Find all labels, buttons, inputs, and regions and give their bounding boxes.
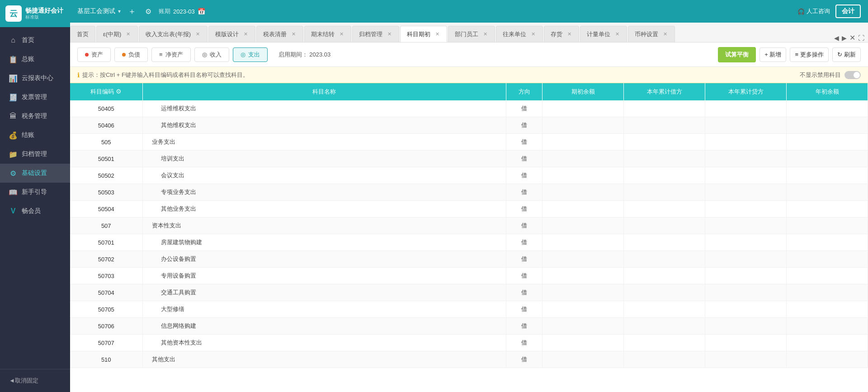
- tab-period-end[interactable]: 期末结转 ✕: [304, 26, 351, 42]
- account-button[interactable]: 会计: [835, 5, 861, 18]
- tab-close-icon[interactable]: ✕: [482, 31, 488, 38]
- cat-assets-label: 资产: [91, 51, 103, 59]
- calendar-icon: 📅: [198, 8, 205, 15]
- topbar-right: 🎧 人工咨询 会计: [797, 5, 861, 18]
- cat-assets-button[interactable]: 资产: [77, 47, 111, 62]
- more-button[interactable]: ≡ 更多操作: [790, 47, 829, 62]
- tab-home[interactable]: 首页: [70, 26, 95, 42]
- cell-ytd-credit: [705, 234, 787, 251]
- sidebar-item-basic[interactable]: ⚙ 基础设置: [0, 164, 70, 183]
- tab-close-icon[interactable]: ✕: [242, 31, 249, 38]
- service-button[interactable]: 🎧 人工咨询: [797, 7, 830, 15]
- tab-close-icon[interactable]: ✕: [338, 31, 344, 38]
- tab-close-icon[interactable]: ✕: [386, 31, 392, 38]
- tab-midterm[interactable]: ε(中期) ✕: [96, 26, 138, 42]
- period-selector[interactable]: 账期 2023-03 📅: [159, 7, 205, 15]
- sidebar-item-label: 归档管理: [22, 150, 47, 158]
- tab-close-icon[interactable]: ✕: [530, 31, 536, 38]
- logo-subtitle: 标准版: [25, 14, 63, 20]
- table-row[interactable]: 510 其他支出 借: [70, 351, 868, 368]
- add-button[interactable]: + 新增: [760, 47, 786, 62]
- table-container: 科目编码 ⚙ 科目名称 方向 期初余额 本年累计借方: [70, 83, 868, 392]
- table-row[interactable]: 50707 其他资本性支出 借: [70, 335, 868, 351]
- cell-ytd-credit: [705, 117, 787, 134]
- cell-code: 50701: [70, 234, 142, 251]
- cell-ytd-credit: [705, 335, 787, 351]
- tab-unit[interactable]: 计量单位 ✕: [580, 26, 627, 42]
- disabled-toggle[interactable]: [844, 71, 861, 79]
- table-row[interactable]: 50703 专用设备购置 借: [70, 268, 868, 284]
- cat-netassets-button[interactable]: ≡ 净资产: [151, 47, 191, 62]
- tab-currency[interactable]: 币种设置 ✕: [628, 26, 675, 42]
- cell-name: 运维维权支出: [142, 100, 506, 117]
- tab-dept[interactable]: 部门员工 ✕: [448, 26, 495, 42]
- sidebar-collapse-btn[interactable]: ◄取消固定: [0, 369, 70, 392]
- col-code: 科目编码 ⚙: [70, 83, 142, 100]
- table-row[interactable]: 50501 培训支出 借: [70, 151, 868, 167]
- sidebar-item-invoice[interactable]: 🧾 发票管理: [0, 88, 70, 107]
- col-period-bal-label: 期初余额: [571, 88, 595, 95]
- tab-close-icon[interactable]: ✕: [434, 31, 440, 38]
- cat-liabilities-button[interactable]: 负债: [114, 47, 148, 62]
- sidebar-item-home[interactable]: ⌂ 首页: [0, 31, 70, 50]
- tab-subject-initial[interactable]: 科目期初 ✕: [400, 26, 447, 42]
- sidebar-item-label: 总账: [22, 55, 34, 63]
- sidebar-item-guide[interactable]: 📖 新手引导: [0, 183, 70, 202]
- company-selector[interactable]: 基层工会测试 ▾: [77, 7, 121, 15]
- table-row[interactable]: 50502 会议支出 借: [70, 167, 868, 184]
- cat-expense-button[interactable]: ◎ 支出: [233, 47, 268, 62]
- sidebar-item-label: 新手引导: [22, 188, 47, 196]
- cell-ytd-credit: [705, 284, 787, 301]
- tab-prev-icon[interactable]: ◀: [834, 34, 839, 42]
- expand-icon[interactable]: ⛶: [858, 34, 864, 42]
- cell-ytd-debit: [624, 318, 705, 335]
- add-tab-button[interactable]: ＋: [126, 6, 138, 17]
- tab-archive[interactable]: 归档管理 ✕: [352, 26, 399, 42]
- cell-period-bal: [542, 217, 624, 234]
- tab-close-icon[interactable]: ✕: [662, 31, 668, 38]
- table-row[interactable]: 50504 其他业务支出 借: [70, 201, 868, 217]
- table-row[interactable]: 50406 其他维权支出 借: [70, 117, 868, 134]
- tab-close-icon[interactable]: ✕: [566, 31, 572, 38]
- table-row[interactable]: 50503 专项业务支出 借: [70, 184, 868, 201]
- tab-inventory[interactable]: 存货 ✕: [544, 26, 579, 42]
- tab-annual-report[interactable]: 收入支出表(年报) ✕: [139, 26, 208, 42]
- cell-ytd-debit: [624, 117, 705, 134]
- sidebar-item-reports[interactable]: 📊 云报表中心: [0, 69, 70, 88]
- sidebar-item-ledger[interactable]: 📋 总账: [0, 50, 70, 69]
- table-row[interactable]: 507 资本性支出 借: [70, 217, 868, 234]
- tab-close-icon[interactable]: ✕: [194, 31, 201, 38]
- hint-text: 提示：按Ctrl + F键并输入科目编码或者科目名称可以查找科目。: [82, 71, 249, 79]
- sidebar-item-label: 发票管理: [22, 93, 47, 101]
- sidebar-item-label: 首页: [22, 36, 34, 44]
- settings-icon[interactable]: ⚙: [143, 7, 153, 16]
- sidebar-item-tax[interactable]: 🏛 税务管理: [0, 107, 70, 126]
- table-row[interactable]: 50701 房屋建筑物购建 借: [70, 234, 868, 251]
- sidebar-item-checkout[interactable]: 💰 结账: [0, 126, 70, 145]
- tab-template[interactable]: 模版设计 ✕: [208, 26, 255, 42]
- close-all-icon[interactable]: ✕: [849, 33, 855, 42]
- tab-close-icon[interactable]: ✕: [290, 31, 297, 38]
- sidebar-item-archive[interactable]: 📁 归档管理: [0, 145, 70, 164]
- cat-income-button[interactable]: ◎ 收入: [194, 47, 229, 62]
- table-row[interactable]: 50405 运维维权支出 借: [70, 100, 868, 117]
- cell-year-bal: [787, 117, 868, 134]
- liabilities-dot: [122, 53, 126, 57]
- tab-tax-table[interactable]: 税表清册 ✕: [256, 26, 303, 42]
- tab-close-icon[interactable]: ✕: [125, 31, 131, 38]
- tab-counterparty[interactable]: 往来单位 ✕: [496, 26, 543, 42]
- tab-close-icon[interactable]: ✕: [614, 31, 620, 38]
- balance-button[interactable]: 试算平衡: [718, 47, 756, 62]
- table-row[interactable]: 50702 办公设备购置 借: [70, 251, 868, 268]
- gear-icon[interactable]: ⚙: [116, 88, 122, 95]
- table-row[interactable]: 50705 大型修缮 借: [70, 301, 868, 318]
- refresh-button[interactable]: ↻ 刷新: [832, 47, 861, 62]
- sidebar-item-member[interactable]: V 畅会员: [0, 202, 70, 221]
- cell-year-bal: [787, 201, 868, 217]
- tab-next-icon[interactable]: ▶: [842, 34, 847, 42]
- cell-ytd-credit: [705, 201, 787, 217]
- table-row[interactable]: 505 业务支出 借: [70, 134, 868, 151]
- table-row[interactable]: 50706 信息网络购建 借: [70, 318, 868, 335]
- cell-ytd-debit: [624, 251, 705, 268]
- table-row[interactable]: 50704 交通工具购置 借: [70, 284, 868, 301]
